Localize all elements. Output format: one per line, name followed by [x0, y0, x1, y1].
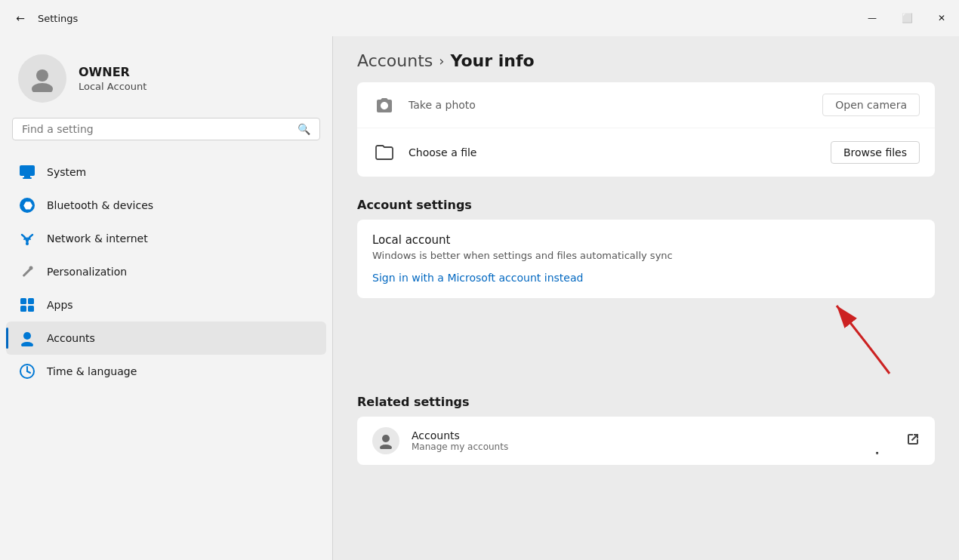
sidebar-item-accounts[interactable]: Accounts [6, 322, 326, 355]
choose-file-row: Choose a file Browse files [357, 128, 935, 177]
network-icon [18, 229, 36, 248]
svg-point-9 [29, 266, 33, 270]
svg-point-14 [23, 332, 31, 340]
bluetooth-icon: ⬣ [18, 196, 36, 214]
sidebar-item-network-label: Network & internet [47, 232, 148, 245]
user-type: Local Account [79, 81, 146, 92]
photo-section: Take a photo Open camera Choose a file [333, 82, 959, 192]
related-settings-heading: Related settings [357, 389, 935, 417]
search-container: 🔍 [0, 118, 332, 152]
sidebar-item-bluetooth[interactable]: ⬣ Bluetooth & devices [6, 189, 326, 222]
user-profile[interactable]: OWNER Local Account [0, 36, 332, 118]
browse-files-button[interactable]: Browse files [831, 141, 920, 164]
content-area: Accounts › Your info Take a photo [333, 36, 959, 560]
app-body: OWNER Local Account 🔍 Syste [0, 36, 959, 560]
related-accounts-icon [372, 427, 399, 454]
sidebar-item-system[interactable]: System [6, 155, 326, 189]
sidebar-item-bluetooth-label: Bluetooth & devices [47, 199, 153, 211]
sidebar-item-apps-label: Apps [47, 299, 73, 311]
related-accounts-text: Accounts Manage my accounts [412, 429, 894, 452]
accounts-icon [18, 329, 36, 347]
page-header: Accounts › Your info [333, 36, 959, 82]
external-link-icon [906, 432, 920, 449]
time-icon [18, 362, 36, 380]
take-photo-label: Take a photo [409, 99, 810, 111]
related-settings-section: Related settings Accounts Manage my acco… [333, 389, 959, 477]
browse-files-action: Browse files [831, 141, 920, 164]
account-type-label: Local account [372, 233, 920, 247]
account-type-desc: Windows is better when settings and file… [372, 250, 920, 261]
sidebar-item-time[interactable]: Time & language [6, 355, 326, 388]
svg-rect-11 [28, 298, 34, 304]
apps-icon [18, 296, 36, 314]
svg-point-7 [26, 242, 29, 245]
sidebar-item-system-label: System [47, 166, 86, 178]
window-title: Settings [38, 13, 78, 24]
sign-in-microsoft-link[interactable]: Sign in with a Microsoft account instead [372, 272, 583, 284]
close-button[interactable]: ✕ [924, 0, 959, 36]
window-controls: — ⬜ ✕ [855, 0, 959, 36]
breadcrumb-current: Your info [451, 51, 535, 70]
take-photo-text: Take a photo [409, 99, 810, 111]
sidebar-item-apps[interactable]: Apps [6, 288, 326, 322]
sidebar-item-personalization[interactable]: Personalization [6, 255, 326, 288]
related-settings-card: Accounts Manage my accounts [357, 417, 935, 465]
svg-rect-2 [20, 165, 35, 176]
breadcrumb-parent[interactable]: Accounts [357, 51, 433, 70]
svg-rect-4 [23, 177, 32, 179]
svg-point-21 [380, 445, 392, 449]
svg-point-1 [32, 83, 53, 92]
choose-file-text: Choose a file [409, 146, 819, 158]
camera-icon [372, 93, 396, 117]
related-accounts-desc: Manage my accounts [412, 442, 894, 452]
related-accounts-row[interactable]: Accounts Manage my accounts [357, 417, 935, 465]
user-name: OWNER [79, 65, 146, 79]
svg-point-15 [21, 342, 33, 346]
user-info: OWNER Local Account [79, 65, 146, 92]
avatar [18, 54, 66, 103]
account-settings-card: Local account Windows is better when set… [357, 220, 935, 298]
svg-text:⬣: ⬣ [23, 200, 32, 211]
sidebar-item-accounts-label: Accounts [47, 332, 95, 344]
search-box: 🔍 [12, 118, 320, 140]
breadcrumb: Accounts › Your info [357, 51, 935, 70]
sidebar-item-personalization-label: Personalization [47, 266, 127, 278]
system-icon [18, 163, 36, 181]
search-input[interactable] [22, 123, 291, 135]
back-button[interactable]: ← [9, 7, 32, 29]
svg-rect-12 [20, 306, 26, 312]
take-photo-row: Take a photo Open camera [357, 82, 935, 128]
svg-point-20 [382, 435, 390, 442]
sidebar: OWNER Local Account 🔍 Syste [0, 36, 332, 560]
user-avatar-icon [29, 65, 56, 92]
svg-rect-13 [28, 306, 34, 312]
svg-point-0 [36, 69, 48, 82]
photo-card: Take a photo Open camera Choose a file [357, 82, 935, 177]
sidebar-item-time-label: Time & language [47, 365, 137, 377]
search-icon: 🔍 [298, 123, 310, 135]
open-camera-action: Open camera [822, 94, 920, 116]
minimize-button[interactable]: — [855, 0, 890, 36]
account-settings-section: Account settings Local account Windows i… [333, 192, 959, 313]
svg-rect-10 [20, 298, 26, 304]
svg-rect-3 [24, 176, 30, 177]
account-settings-heading: Account settings [357, 192, 935, 220]
open-camera-button[interactable]: Open camera [822, 94, 920, 116]
related-accounts-label: Accounts [412, 429, 894, 442]
breadcrumb-chevron: › [439, 53, 444, 69]
titlebar: ← Settings — ⬜ ✕ [0, 0, 959, 36]
personalization-icon [18, 263, 36, 281]
folder-icon [372, 140, 396, 165]
nav-list: System ⬣ Bluetooth & devices [0, 152, 332, 391]
svg-line-18 [27, 371, 30, 373]
choose-file-label: Choose a file [409, 146, 819, 158]
sidebar-item-network[interactable]: Network & internet [6, 222, 326, 255]
maximize-button[interactable]: ⬜ [890, 0, 924, 36]
